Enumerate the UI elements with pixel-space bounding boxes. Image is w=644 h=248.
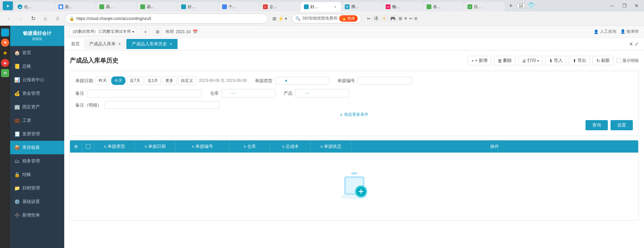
refresh-button[interactable]: ↻ 刷新: [593, 56, 614, 65]
sidebar-item-ledger[interactable]: 📒 总账: [10, 60, 64, 73]
tab-history[interactable]: 产成品入库单历史 ×: [126, 39, 178, 49]
sun-icon[interactable]: ☀: [404, 16, 408, 21]
tab-6[interactable]: 个...: [219, 2, 259, 12]
add-company-button[interactable]: +: [141, 28, 149, 36]
refresh-nav-button[interactable]: ↻: [28, 14, 38, 23]
browser-back-nav[interactable]: ➤: [3, 1, 13, 10]
bookmark-button[interactable]: ☆: [53, 14, 62, 23]
sidebar-item-reports[interactable]: 📊 云报表中心: [10, 73, 64, 87]
detail-note-input[interactable]: [104, 101, 219, 109]
tab-list[interactable]: 产成品入库单 ×: [84, 39, 126, 49]
close-button[interactable]: ✕: [632, 1, 641, 10]
extension-grid-icon[interactable]: ⊞: [272, 16, 277, 21]
tab-4[interactable]: 易...: [137, 2, 177, 12]
minimize-button[interactable]: ─: [607, 1, 617, 10]
tab-1[interactable]: ☁ 在...: [14, 2, 55, 12]
tab-11[interactable]: 各...: [423, 2, 464, 12]
tab-8-close[interactable]: ×: [333, 4, 338, 9]
tab-9[interactable]: 腾 腾...: [341, 2, 382, 12]
user-service-button[interactable]: 👤 人工咨询: [594, 29, 616, 35]
rail-star-icon[interactable]: ★: [1, 49, 9, 57]
date-btn-today[interactable]: 今天: [111, 76, 125, 85]
new-tab-button[interactable]: +: [506, 1, 516, 10]
sidebar-item-invoice[interactable]: 🧾 发票管理: [10, 127, 64, 141]
sidebar-item-fixed[interactable]: 🏢 固定资产: [10, 100, 64, 114]
warehouse-select[interactable]: ···: [221, 89, 276, 98]
show-detail-checkbox[interactable]: 显示明细: [616, 58, 639, 64]
tab-8[interactable]: 好... ×: [301, 2, 341, 12]
sidebar-item-home[interactable]: 🏠 首页: [10, 46, 64, 60]
rail-mail-icon[interactable]: ✉: [1, 69, 9, 77]
search-settings-button[interactable]: 设置: [611, 120, 633, 130]
tab-5[interactable]: 好...: [178, 2, 218, 12]
tab-7[interactable]: C 企...: [260, 2, 300, 12]
scissors-icon[interactable]: ✂: [367, 16, 371, 21]
product-select[interactable]: ···: [295, 89, 349, 98]
tab-3[interactable]: 易...: [96, 2, 137, 12]
type-select[interactable]: ▾: [275, 77, 329, 85]
sidebar-item-tax[interactable]: 🗂 税务管理: [10, 154, 64, 168]
grid-icon[interactable]: ⊞: [399, 16, 402, 21]
panel-expand-icon[interactable]: ⤢: [635, 41, 639, 47]
th-type[interactable]: ⇅ 单据类型: [94, 140, 135, 153]
user-avatar[interactable]: 👤 徐泽华: [620, 29, 639, 35]
tab-12[interactable]: S 目...: [464, 2, 505, 12]
lightning-icon[interactable]: ⚡: [278, 16, 284, 21]
sidebar-item-closing[interactable]: 🔒 结账: [10, 168, 64, 181]
tab-10[interactable]: M 畅...: [382, 2, 423, 12]
home-nav-button[interactable]: ⌂: [41, 14, 50, 23]
th-check[interactable]: [82, 140, 94, 153]
th-settings[interactable]: ⚙: [70, 140, 82, 153]
header-checkbox[interactable]: [86, 144, 91, 149]
tab-list-close[interactable]: ×: [118, 42, 121, 46]
dropdown-arrow[interactable]: ▾: [285, 16, 287, 21]
date-btn-7days[interactable]: 近7天: [127, 76, 143, 85]
sidebar-item-salary[interactable]: 💼 工资: [10, 114, 64, 127]
new-button[interactable]: + + 新增: [468, 56, 491, 65]
menu-icon[interactable]: ≡: [414, 16, 417, 22]
panel-close-icon[interactable]: ✕: [629, 41, 633, 47]
delete-button[interactable]: 🗑 删除: [494, 56, 516, 65]
number-input[interactable]: [358, 77, 412, 85]
translate-icon[interactable]: 译: [372, 15, 380, 22]
company-selector[interactable]: (勿删勿禁用）江西酿宝测试专用 ▾: [70, 28, 137, 36]
forward-button[interactable]: ›: [16, 14, 26, 23]
profile-icon[interactable]: 👕: [526, 1, 536, 10]
company-settings-button[interactable]: ⚙: [153, 28, 162, 36]
hot-search-badge[interactable]: 🔥 热搜: [339, 15, 358, 22]
date-btn-custom[interactable]: 自定义: [178, 76, 196, 85]
export-button[interactable]: ⬆ 导出: [569, 56, 590, 65]
date-btn-yesterday[interactable]: 昨天: [96, 76, 110, 85]
restore-button[interactable]: ❐: [620, 1, 629, 10]
address-input[interactable]: 🔒 https://cloud.chanjet.com/accounting/u…: [65, 14, 268, 24]
sidebar-item-newbill[interactable]: ➕ 新增凭单: [10, 208, 64, 222]
rail-weibo-icon[interactable]: w: [1, 59, 9, 67]
note-input[interactable]: [87, 90, 202, 97]
collapse-button[interactable]: ∧ 收起更多条件: [340, 112, 368, 117]
th-number[interactable]: ⇅ 单据编号: [175, 140, 230, 153]
th-cost[interactable]: ⇅ 总成本: [270, 140, 311, 153]
page-tab-home[interactable]: 首页: [67, 41, 84, 47]
th-warehouse[interactable]: ⇅ 仓库: [230, 140, 270, 153]
import-button[interactable]: ⬇ 导入: [545, 56, 566, 65]
sidebar-item-archive[interactable]: 📁 归档管理: [10, 181, 64, 195]
tab-history-close[interactable]: ×: [170, 42, 172, 46]
sidebar-item-funds[interactable]: 💰 资金管理: [10, 87, 64, 100]
query-button[interactable]: 查询: [586, 120, 608, 130]
rail-home-icon[interactable]: 🌐: [1, 28, 9, 37]
date-btn-more[interactable]: 更多: [162, 76, 176, 85]
gamepad-icon[interactable]: 🎮: [388, 15, 397, 22]
date-btn-1month[interactable]: 近1月: [145, 76, 161, 85]
calendar-icon[interactable]: 📅: [193, 29, 198, 34]
back-button[interactable]: ‹: [4, 14, 14, 23]
rail-app-icon-1[interactable]: ✦: [1, 39, 9, 47]
undo-icon[interactable]: ↩: [409, 16, 413, 21]
yuan-icon[interactable]: ¥: [381, 15, 387, 22]
sidebar-item-inventory[interactable]: 📦 库存核算: [10, 141, 64, 154]
search-box-360[interactable]: 🔍 360智能抠图免费用 🔥 热搜: [292, 14, 361, 23]
tab-2[interactable]: 📄 新...: [55, 2, 96, 12]
th-status[interactable]: ⇅ 单据状态: [311, 140, 351, 153]
print-button[interactable]: 🖨 打印 ▾: [518, 56, 543, 65]
th-date[interactable]: ⇅ 单据日期: [135, 140, 175, 153]
tab-count[interactable]: 12: [517, 3, 525, 8]
